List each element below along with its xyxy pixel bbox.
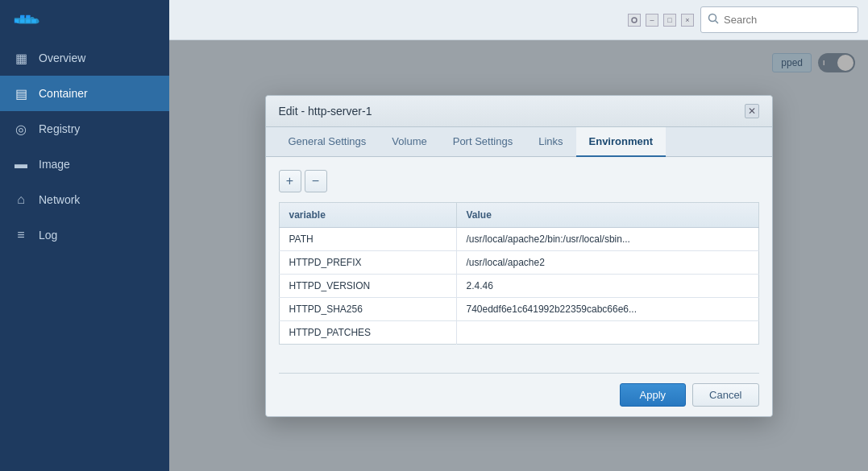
env-value-cell: 2.4.46 <box>456 274 758 297</box>
sidebar-label-registry: Registry <box>39 122 80 135</box>
table-row[interactable]: HTTPD_PREFIX/usr/local/apache2 <box>279 250 758 274</box>
table-row[interactable]: HTTPD_PATCHES <box>279 320 758 344</box>
modal-close-button[interactable]: ✕ <box>745 104 759 118</box>
container-icon: ▤ <box>13 85 29 101</box>
modal-body: + − variable Value PATH/usr/local/apache… <box>266 157 772 373</box>
modal-title: Edit - http-server-1 <box>279 105 372 118</box>
main-area: – □ × pped I Edit - <box>169 0 868 471</box>
env-table: variable Value PATH/usr/local/apache2/bi… <box>279 202 759 345</box>
top-bar: – □ × <box>169 0 868 40</box>
overview-icon: ▦ <box>13 50 29 66</box>
tab-links[interactable]: Links <box>525 127 575 157</box>
modal-header: Edit - http-server-1 ✕ <box>266 96 772 127</box>
env-variable-cell: HTTPD_PATCHES <box>279 320 456 344</box>
svg-point-7 <box>709 14 716 22</box>
sidebar-item-registry[interactable]: ◎ Registry <box>0 111 169 147</box>
close-button[interactable]: × <box>681 14 694 27</box>
apply-button[interactable]: Apply <box>620 383 687 407</box>
minimize-button[interactable]: – <box>646 14 658 27</box>
svg-point-6 <box>632 18 637 23</box>
tab-port-settings[interactable]: Port Settings <box>440 127 525 157</box>
sidebar-item-network[interactable]: ⌂ Network <box>0 182 169 217</box>
sidebar-label-image: Image <box>39 158 70 171</box>
sidebar-label-network: Network <box>39 193 80 206</box>
env-value-cell <box>456 320 758 344</box>
log-icon: ≡ <box>13 227 29 243</box>
sidebar-label-container: Container <box>39 87 88 100</box>
table-row[interactable]: HTTPD_VERSION2.4.46 <box>279 274 758 297</box>
env-value-cell: /usr/local/apache2/bin:/usr/local/sbin..… <box>456 227 758 250</box>
sidebar-item-log[interactable]: ≡ Log <box>0 217 169 253</box>
sidebar: ▦ Overview ▤ Container ◎ Registry ▬ Imag… <box>0 0 169 471</box>
network-icon: ⌂ <box>13 192 29 208</box>
content-area: pped I Edit - http-server-1 ✕ General Se… <box>169 40 868 471</box>
modal-overlay: Edit - http-server-1 ✕ General Settings … <box>169 40 868 471</box>
table-row[interactable]: HTTPD_SHA256740eddf6e1c641992b22359cabc6… <box>279 297 758 320</box>
sidebar-item-overview[interactable]: ▦ Overview <box>0 40 169 76</box>
tab-general-settings[interactable]: General Settings <box>276 127 380 157</box>
col-header-variable: variable <box>279 202 456 227</box>
sidebar-item-image[interactable]: ▬ Image <box>0 147 169 182</box>
remove-env-button[interactable]: − <box>305 170 327 192</box>
sidebar-label-overview: Overview <box>39 52 85 64</box>
search-icon <box>708 13 719 27</box>
svg-line-8 <box>716 21 719 24</box>
sidebar-item-container[interactable]: ▤ Container <box>0 76 169 111</box>
pin-button[interactable] <box>628 14 641 27</box>
table-row[interactable]: PATH/usr/local/apache2/bin:/usr/local/sb… <box>279 227 758 250</box>
registry-icon: ◎ <box>13 121 29 137</box>
env-value-cell: 740eddf6e1c641992b22359cabc66e6... <box>456 297 758 320</box>
window-controls: – □ × <box>628 14 694 27</box>
env-variable-cell: HTTPD_PREFIX <box>279 250 456 274</box>
tab-volume[interactable]: Volume <box>379 127 439 157</box>
env-variable-cell: PATH <box>279 227 456 250</box>
col-header-value: Value <box>456 202 758 227</box>
modal-footer: Apply Cancel <box>266 374 772 416</box>
cancel-button[interactable]: Cancel <box>692 383 758 407</box>
image-icon: ▬ <box>13 156 29 172</box>
modal-tabs: General Settings Volume Port Settings Li… <box>266 127 772 157</box>
maximize-button[interactable]: □ <box>663 14 676 27</box>
tab-environment[interactable]: Environment <box>576 127 666 157</box>
env-toolbar: + − <box>279 170 759 192</box>
env-value-cell: /usr/local/apache2 <box>456 250 758 274</box>
modal-dialog: Edit - http-server-1 ✕ General Settings … <box>265 95 773 417</box>
sidebar-nav: ▦ Overview ▤ Container ◎ Registry ▬ Imag… <box>0 40 169 471</box>
env-variable-cell: HTTPD_SHA256 <box>279 297 456 320</box>
app-logo <box>0 0 169 40</box>
env-variable-cell: HTTPD_VERSION <box>279 274 456 297</box>
add-env-button[interactable]: + <box>279 170 301 192</box>
sidebar-label-log: Log <box>39 229 57 242</box>
table-header-row: variable Value <box>279 202 758 227</box>
search-input[interactable] <box>724 14 851 26</box>
search-box <box>700 6 858 33</box>
